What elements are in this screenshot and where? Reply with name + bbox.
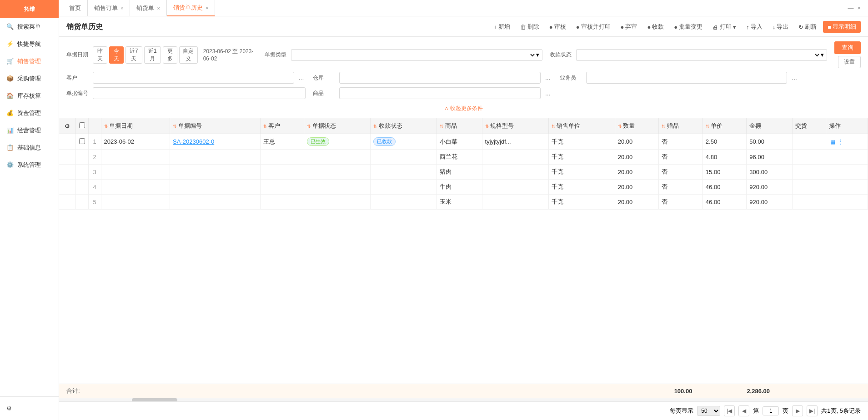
next-page-btn[interactable]: ▶ xyxy=(792,405,803,416)
customer-input[interactable] xyxy=(93,72,294,84)
sidebar-item-purchase-mgmt[interactable]: 📦 采购管理 xyxy=(0,70,59,87)
collection-status-select-wrap[interactable]: ▾ xyxy=(576,49,828,61)
refresh-button[interactable]: ↻ 刷新 xyxy=(795,21,820,33)
window-close-btn[interactable]: × xyxy=(857,5,861,11)
setting-button[interactable]: 设置 xyxy=(838,56,861,68)
goods-dots-btn[interactable]: ... xyxy=(543,90,552,97)
sort-icon: ⇅ xyxy=(173,124,176,129)
col-qty[interactable]: ⇅ 数量 xyxy=(615,118,659,134)
audit-print-button[interactable]: ● 审核并打印 xyxy=(572,21,614,33)
page-number-input[interactable] xyxy=(763,406,779,415)
col-goods[interactable]: ⇅ 商品 xyxy=(437,118,482,134)
row-doc-status xyxy=(304,165,371,180)
row-doc-no[interactable]: SA-20230602-0 xyxy=(170,134,260,150)
col-doc-no[interactable]: ⇅ 单据编号 xyxy=(170,118,260,134)
import-button[interactable]: ↑ 导入 xyxy=(743,21,766,33)
sidebar-item-operation-mgmt[interactable]: 📊 经营管理 xyxy=(0,122,59,139)
query-button[interactable]: 查询 xyxy=(834,41,861,54)
row-collection-status xyxy=(371,150,437,165)
print-dropdown-icon: ▾ xyxy=(733,24,736,30)
audit-button[interactable]: ● 审核 xyxy=(546,21,570,33)
sidebar-item-basic-info[interactable]: 📋 基础信息 xyxy=(0,139,59,156)
pagination: 每页显示 50 100 200 |◀ ◀ 第 页 ▶ ▶| 共1页, 5条记录 xyxy=(59,401,868,420)
tab-home[interactable]: 首页 xyxy=(63,0,88,16)
window-minimize-btn[interactable]: — xyxy=(848,5,853,11)
last-page-btn[interactable]: ▶| xyxy=(807,405,818,416)
batch-change-button[interactable]: ● 批量变更 xyxy=(670,21,706,33)
col-unit[interactable]: ⇅ 销售单位 xyxy=(548,118,615,134)
prev-page-btn[interactable]: ◀ xyxy=(738,405,749,416)
doc-no-link[interactable]: SA-20230602-0 xyxy=(173,138,214,145)
page-size-select[interactable]: 50 100 200 xyxy=(697,406,720,416)
row-checkbox-cell[interactable] xyxy=(75,134,88,150)
row-operation xyxy=(826,180,868,195)
doc-status-badge: 已生效 xyxy=(307,137,329,146)
doc-type-select[interactable] xyxy=(294,51,536,59)
page-label-post: 页 xyxy=(783,407,788,415)
collect-button[interactable]: ● 收款 xyxy=(643,21,667,33)
row-spec xyxy=(482,180,548,195)
date-btn-today[interactable]: 今天 xyxy=(109,46,124,64)
row-operation[interactable]: ▦⋮ xyxy=(826,134,868,150)
row-checkbox[interactable] xyxy=(79,138,85,144)
sidebar-item-inventory-calc[interactable]: 🏠 库存核算 xyxy=(0,87,59,105)
col-gift[interactable]: ⇅ 赠品 xyxy=(659,118,703,134)
row-transaction xyxy=(792,134,826,150)
col-spec[interactable]: ⇅ 规格型号 xyxy=(482,118,548,134)
tab-sales-delivery[interactable]: 销货单 × xyxy=(130,0,166,16)
warehouse-input[interactable] xyxy=(339,72,541,84)
col-gear[interactable]: ⚙ xyxy=(59,118,75,134)
add-button[interactable]: + 新增 xyxy=(490,21,514,33)
tab-sales-delivery-close[interactable]: × xyxy=(157,5,160,11)
discard-button[interactable]: ● 弃审 xyxy=(617,21,641,33)
first-page-btn[interactable]: |◀ xyxy=(724,405,735,416)
op-more-btn[interactable]: ⋮ xyxy=(837,139,845,145)
date-btn-yesterday[interactable]: 昨天 xyxy=(93,46,107,64)
tab-sales-history[interactable]: 销货单历史 × xyxy=(167,0,215,16)
col-collection-status[interactable]: ⇅ 收款状态 xyxy=(371,118,437,134)
col-checkbox[interactable] xyxy=(75,118,88,134)
row-unit: 千克 xyxy=(548,150,615,165)
print-button[interactable]: 🖨 打印 ▾ xyxy=(709,21,740,33)
customer-dots-btn[interactable]: ... xyxy=(297,74,306,81)
select-all-checkbox[interactable] xyxy=(79,122,85,128)
salesman-input[interactable] xyxy=(586,72,788,84)
sidebar-item-capital-mgmt[interactable]: 💰 资金管理 xyxy=(0,105,59,122)
doc-type-select-wrap[interactable]: ▾ xyxy=(291,49,542,61)
export-button[interactable]: ↓ 导出 xyxy=(769,21,793,33)
row-goods: 玉米 xyxy=(437,195,482,210)
row-unit-price: 4.80 xyxy=(702,150,747,165)
date-btn-more[interactable]: 更多 xyxy=(163,46,177,64)
sidebar-item-search-menu[interactable]: 🔍 搜索菜单 xyxy=(0,18,59,35)
collapse-more-btn[interactable]: ∧ 收起更多条件 xyxy=(66,103,861,113)
salesman-dots-btn[interactable]: ... xyxy=(790,74,799,81)
row-gift: 否 xyxy=(659,195,703,210)
delete-button[interactable]: 🗑 删除 xyxy=(517,21,543,33)
tab-sales-history-close[interactable]: × xyxy=(206,5,208,10)
collect-icon: ● xyxy=(647,24,651,30)
tab-sales-order[interactable]: 销售订单 × xyxy=(88,0,130,16)
sidebar-item-system-mgmt[interactable]: ⚙️ 系统管理 xyxy=(0,156,59,174)
sidebar-item-sales-mgmt[interactable]: 🛒 销售管理 xyxy=(0,53,59,70)
col-doc-date[interactable]: ⇅ 单据日期 xyxy=(101,118,170,134)
col-doc-status[interactable]: ⇅ 单据状态 xyxy=(304,118,371,134)
goods-input[interactable] xyxy=(339,87,541,99)
doc-no-input[interactable] xyxy=(93,87,306,99)
batch-change-icon: ● xyxy=(674,24,677,30)
sidebar-item-quick-nav[interactable]: ⚡ 快捷导航 xyxy=(0,35,59,53)
scrollbar-area[interactable] xyxy=(59,398,868,401)
col-customer[interactable]: ⇅ 客户 xyxy=(260,118,304,134)
date-btn-custom[interactable]: 自定义 xyxy=(179,46,198,64)
op-view-btn[interactable]: ▦ xyxy=(829,139,837,145)
show-detail-button[interactable]: ■ 显示明细 xyxy=(823,21,861,33)
row-collection-status: 已收款 xyxy=(371,134,437,150)
col-unit-price[interactable]: ⇅ 单价 xyxy=(702,118,747,134)
sidebar-settings-btn[interactable]: ⚙ xyxy=(0,400,59,416)
row-doc-status xyxy=(304,150,371,165)
warehouse-dots-btn[interactable]: ... xyxy=(543,74,552,81)
filter-row-2: 客户 ... 仓库 ... 业务员 ... xyxy=(66,72,861,84)
date-btn-1month[interactable]: 近1月 xyxy=(144,46,161,64)
tab-sales-order-close[interactable]: × xyxy=(120,5,123,11)
collection-status-select[interactable] xyxy=(579,51,821,59)
date-btn-7days[interactable]: 近7天 xyxy=(125,46,142,64)
